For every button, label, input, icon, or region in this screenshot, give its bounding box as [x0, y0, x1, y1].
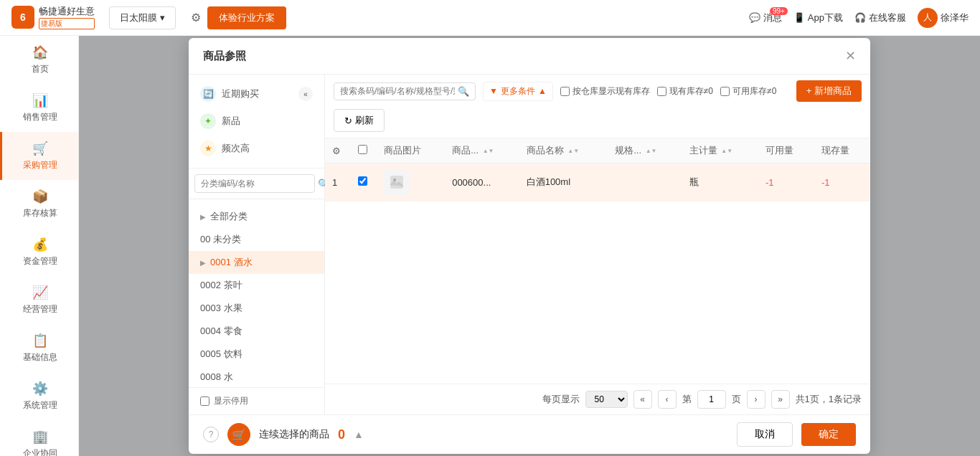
row-spec — [608, 163, 682, 201]
col-spec[interactable]: 规格... ▲▼ — [608, 138, 682, 163]
user-profile[interactable]: 人 徐泽华 — [918, 8, 969, 28]
sidebar-item-inventory[interactable]: 📦 库存核算 — [0, 180, 78, 228]
checkbox-warehouse[interactable] — [560, 87, 570, 96]
message-icon: 💬 — [749, 12, 760, 23]
cat-snack[interactable]: 0004 零食 — [189, 320, 324, 343]
checkbox-current[interactable] — [657, 87, 666, 96]
sidebar-item-basic-info[interactable]: 📋 基础信息 — [0, 324, 78, 372]
svg-rect-0 — [390, 176, 403, 189]
show-disabled: 显示停用 — [189, 387, 324, 414]
modal-title: 商品参照 — [203, 49, 246, 63]
cat-water[interactable]: 0008 水 — [189, 366, 324, 387]
cart-label: 连续选择的商品 — [259, 428, 329, 441]
next-page-button[interactable]: › — [747, 390, 765, 409]
sidebar-item-home[interactable]: 🏠 首页 — [0, 36, 78, 84]
category-search-input[interactable] — [194, 174, 315, 193]
system-icon: ⚙️ — [32, 381, 48, 396]
last-page-button[interactable]: » — [771, 390, 790, 409]
first-page-button[interactable]: « — [633, 390, 652, 409]
sidebar-item-sales[interactable]: 📊 销售管理 — [0, 84, 78, 132]
product-image — [384, 169, 410, 195]
logo-icon: 6 — [11, 6, 34, 29]
product-table-wrap: ⚙ 商品图片 — [325, 138, 870, 384]
confirm-button[interactable]: 确定 — [801, 423, 856, 446]
sidebar-item-system[interactable]: ⚙️ 系统管理 — [0, 372, 78, 420]
sales-icon: 📊 — [32, 92, 48, 108]
prev-page-button[interactable]: ‹ — [658, 390, 677, 409]
cancel-button[interactable]: 取消 — [737, 422, 793, 447]
checkbox-available-label[interactable]: 可用库存≠0 — [720, 85, 776, 98]
sidebar: 🏠 首页 📊 销售管理 🛒 采购管理 📦 库存核算 💰 资金管理 📈 经营管理 … — [0, 36, 79, 456]
logo: 6 畅捷通好生意 捷易版 — [11, 6, 95, 29]
product-search-input[interactable] — [340, 86, 455, 96]
quick-item-freq[interactable]: ★ 频次高 — [189, 135, 324, 162]
modal-close-button[interactable]: ✕ — [845, 48, 856, 64]
sidebar-item-enterprise[interactable]: 🏢 企业协同 — [0, 420, 78, 456]
add-product-button[interactable]: + 新增商品 — [796, 80, 862, 102]
help-icon[interactable]: ? — [203, 427, 219, 442]
trial-button[interactable]: 体验行业方案 — [207, 6, 286, 29]
show-disabled-label: 显示停用 — [214, 395, 248, 407]
row-code: 000600... — [445, 163, 519, 201]
cat-tea[interactable]: 0002 茶叶 — [189, 274, 324, 297]
phone-icon: 📱 — [793, 12, 805, 23]
sidebar-item-operations[interactable]: 📈 经营管理 — [0, 276, 78, 324]
category-search-box: 🔍 — [189, 168, 324, 199]
col-settings: ⚙ — [325, 138, 351, 163]
col-code[interactable]: 商品... ▲▼ — [445, 138, 519, 163]
row-name: 白酒100ml — [519, 163, 608, 201]
category-tree: ▶ 全部分类 00 未分类 ▶ 0001 酒水 0002 茶 — [189, 199, 324, 387]
page-input[interactable] — [697, 390, 726, 409]
cat-all[interactable]: ▶ 全部分类 — [189, 205, 324, 228]
checkbox-current-label[interactable]: 现有库存≠0 — [657, 85, 713, 98]
settings-icon[interactable]: ⚙ — [184, 6, 207, 29]
select-all-checkbox[interactable] — [358, 145, 367, 154]
search-icon[interactable]: 🔍 — [458, 86, 469, 97]
expand-icon-wine: ▶ — [200, 259, 206, 267]
messages-button[interactable]: 💬 99+ 消息 — [749, 11, 782, 24]
sidebar-item-finance[interactable]: 💰 资金管理 — [0, 228, 78, 276]
operations-icon: 📈 — [32, 285, 48, 300]
row-stock: -1 — [814, 163, 870, 201]
col-stock: 现存量 — [814, 138, 870, 163]
app-name: 畅捷通好生意 — [39, 6, 95, 18]
cat-wine[interactable]: ▶ 0001 酒水 — [189, 251, 324, 274]
store-selector[interactable]: 日太阳膜 ▾ — [109, 6, 176, 29]
row-available: -1 — [758, 163, 814, 201]
cat-fruit[interactable]: 0003 水果 — [189, 297, 324, 320]
row-checkbox[interactable] — [351, 163, 377, 201]
filter-button[interactable]: ▼ 更多条件 ▲ — [483, 82, 553, 101]
quick-item-recent[interactable]: 🔄 近期购买 « — [189, 80, 324, 108]
col-unit[interactable]: 主计量 ▲▼ — [682, 138, 758, 163]
col-checkbox — [351, 138, 377, 163]
refresh-button[interactable]: ↻ 刷新 — [334, 109, 385, 132]
app-download-button[interactable]: 📱 App下载 — [793, 11, 843, 24]
toolbar: 🔍 ▼ 更多条件 ▲ 按仓库显示现有库存 — [325, 75, 870, 138]
cart-button[interactable]: 🛒 — [227, 423, 250, 446]
checkbox-available[interactable] — [720, 87, 730, 96]
online-service-button[interactable]: 🎧 在线客服 — [854, 11, 906, 24]
col-settings-icon[interactable]: ⚙ — [332, 146, 341, 156]
cat-beverage[interactable]: 0005 饮料 — [189, 343, 324, 366]
quick-item-new[interactable]: ✦ 新品 — [189, 108, 324, 135]
chevron-down-icon: ▾ — [160, 12, 165, 23]
collapse-button[interactable]: « — [298, 87, 313, 101]
info-icon: 📋 — [32, 333, 48, 348]
sidebar-item-purchase[interactable]: 🛒 采购管理 — [0, 132, 78, 180]
cart-count: 0 — [338, 427, 345, 442]
table-row[interactable]: 1 — [325, 163, 870, 201]
page-size-select[interactable]: 50 20 100 — [585, 391, 628, 408]
show-disabled-checkbox[interactable] — [200, 396, 209, 406]
avatar: 人 — [918, 8, 938, 28]
collapse-up-icon[interactable]: ▲ — [354, 429, 364, 440]
expand-icon-all: ▶ — [200, 213, 206, 221]
col-name[interactable]: 商品名称 ▲▼ — [519, 138, 608, 163]
modal-body: 🔄 近期购买 « ✦ 新品 ★ 频次高 — [189, 75, 870, 414]
cat-uncategorized[interactable]: 00 未分类 — [189, 228, 324, 251]
checkbox-warehouse-label[interactable]: 按仓库显示现有库存 — [560, 85, 650, 98]
col-img: 商品图片 — [377, 138, 445, 163]
sort-spec-icon: ▲▼ — [646, 148, 657, 154]
row-select-checkbox[interactable] — [358, 176, 367, 186]
freq-icon: ★ — [200, 141, 216, 156]
filter-expand-icon: ▲ — [538, 86, 547, 96]
